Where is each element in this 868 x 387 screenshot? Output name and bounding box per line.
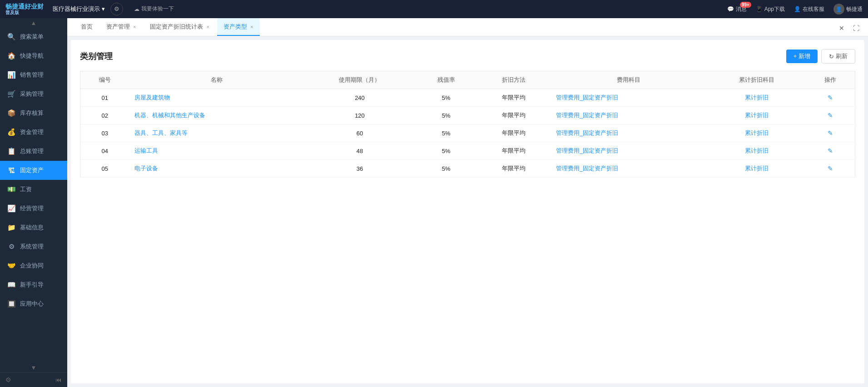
edit-icon[interactable]: ✎ (828, 94, 833, 101)
tab-asset-mgmt[interactable]: 资产管理 × (100, 18, 143, 36)
experience-label: 我要体验一下 (141, 5, 174, 13)
system-icon: ⚙ (7, 243, 15, 251)
cell-name: 器具、工具、家具等 (129, 124, 304, 142)
settings-button[interactable]: ⚙ (110, 3, 123, 15)
capital-icon: 💰 (7, 128, 15, 136)
page-controls: ✕ ⛶ (830, 18, 868, 38)
cell-accumulated: 累计折旧 (707, 142, 806, 160)
sidebar-bottom: ⚙ ⏮ (0, 372, 67, 387)
sidebar-item-label: 工资 (20, 185, 32, 194)
refresh-icon: ↻ (829, 53, 834, 60)
sidebar-item-operations[interactable]: 📈 经营管理 (0, 199, 67, 218)
edit-icon[interactable]: ✎ (828, 147, 833, 154)
cell-residual: 5% (416, 107, 477, 124)
edit-icon[interactable]: ✎ (828, 129, 833, 137)
refresh-label: 刷新 (836, 52, 848, 60)
guide-icon: 📖 (7, 281, 15, 289)
col-action: 操作 (806, 71, 855, 89)
avatar: 👤 (833, 4, 844, 15)
table-row: 03 器具、工具、家具等 60 5% 年限平均 管理费用_固定资产折旧 累计折旧… (80, 124, 855, 142)
sidebar-item-search[interactable]: 🔍 搜索菜单 (0, 27, 67, 46)
cell-action[interactable]: ✎ (806, 107, 855, 124)
cell-period: 60 (304, 124, 416, 142)
tab-depreciation-table[interactable]: 固定资产折旧统计表 × (144, 18, 216, 36)
messages-button[interactable]: 💬 消息 99+ (727, 5, 747, 13)
sidebar-item-capital[interactable]: 💰 资金管理 (0, 123, 67, 142)
sidebar-item-purchase[interactable]: 🛒 采购管理 (0, 84, 67, 104)
tab-asset-mgmt-close[interactable]: × (133, 24, 136, 30)
collapse-icon[interactable]: ⏮ (55, 376, 62, 383)
tab-asset-type[interactable]: 资产类型 × (217, 18, 260, 36)
cell-expense: 管理费用_固定资产折旧 (551, 160, 707, 178)
user-menu[interactable]: 👤 畅捷通 (833, 4, 863, 15)
cell-action[interactable]: ✎ (806, 124, 855, 142)
basic-info-icon: 📁 (7, 223, 15, 232)
inventory-icon: 📦 (7, 109, 15, 117)
online-service-label: 在线客服 (803, 5, 824, 13)
edit-icon[interactable]: ✎ (828, 112, 833, 119)
cell-name: 机器、机械和其他生产设备 (129, 107, 304, 124)
tab-asset-type-close[interactable]: × (250, 24, 253, 30)
tab-asset-mgmt-label: 资产管理 (106, 23, 130, 31)
sidebar-item-sales[interactable]: 📊 销售管理 (0, 65, 67, 84)
download-icon: 📱 (756, 6, 763, 12)
sales-icon: 📊 (7, 71, 15, 79)
cell-period: 36 (304, 160, 416, 178)
sidebar-item-fixed-assets[interactable]: 🏗 固定资产 (0, 161, 67, 180)
sidebar-item-basic-info[interactable]: 📁 基础信息 (0, 218, 67, 237)
edit-icon[interactable]: ✎ (828, 165, 833, 172)
cell-method: 年限平均 (477, 160, 551, 178)
settings-bottom-icon[interactable]: ⚙ (5, 376, 11, 383)
top-header: 畅捷通好业财 普及版 医疗器械行业演示 ▾ ⚙ ☁ 我要体验一下 💬 消息 99… (0, 0, 868, 18)
cell-period: 240 (304, 89, 416, 107)
sidebar-item-label: 应用中心 (20, 300, 44, 308)
sidebar-item-label: 总账管理 (20, 147, 44, 155)
cell-id: 01 (80, 89, 129, 107)
search-icon: 🔍 (7, 33, 15, 41)
cell-action[interactable]: ✎ (806, 160, 855, 178)
sidebar-item-app-center[interactable]: 🔲 应用中心 (0, 294, 67, 313)
ledger-icon: 📋 (7, 147, 15, 155)
tab-asset-type-label: 资产类型 (223, 23, 247, 31)
sidebar-item-inventory[interactable]: 📦 库存核算 (0, 104, 67, 123)
cell-accumulated: 累计折旧 (707, 124, 806, 142)
cell-action[interactable]: ✎ (806, 89, 855, 107)
cell-action[interactable]: ✎ (806, 142, 855, 160)
purchase-icon: 🛒 (7, 90, 15, 98)
scroll-down-arrow[interactable]: ▼ (0, 363, 67, 372)
close-page-button[interactable]: ✕ (835, 22, 848, 35)
sidebar-item-label: 快捷导航 (20, 52, 44, 60)
fixed-assets-icon: 🏗 (7, 166, 15, 174)
service-icon: 👤 (794, 6, 801, 12)
expand-page-button[interactable]: ⛶ (850, 22, 863, 35)
tab-home[interactable]: 首页 (74, 18, 99, 36)
cell-method: 年限平均 (477, 89, 551, 107)
sidebar-item-system[interactable]: ⚙ 系统管理 (0, 237, 67, 256)
message-icon: 💬 (727, 6, 734, 12)
col-accumulated: 累计折旧科目 (707, 71, 806, 89)
sidebar-item-label: 新手引导 (20, 281, 44, 289)
tab-home-label: 首页 (81, 23, 93, 31)
cell-accumulated: 累计折旧 (707, 89, 806, 107)
experience-button[interactable]: ☁ 我要体验一下 (134, 5, 174, 13)
scroll-up-arrow[interactable]: ▲ (0, 18, 67, 27)
online-service-button[interactable]: 👤 在线客服 (794, 5, 824, 13)
cell-method: 年限平均 (477, 107, 551, 124)
tab-depreciation-close[interactable]: × (206, 24, 209, 30)
cell-residual: 5% (416, 160, 477, 178)
refresh-button[interactable]: ↻ 刷新 (821, 49, 855, 64)
sidebar-item-ledger[interactable]: 📋 总账管理 (0, 142, 67, 161)
cell-name: 电子设备 (129, 160, 304, 178)
sidebar-item-payroll[interactable]: 💵 工资 (0, 180, 67, 199)
table-row: 02 机器、机械和其他生产设备 120 5% 年限平均 管理费用_固定资产折旧 … (80, 107, 855, 124)
tab-bar: 首页 资产管理 × 固定资产折旧统计表 × 资产类型 × (67, 18, 868, 36)
sidebar-item-quick-nav[interactable]: 🏠 快捷导航 (0, 46, 67, 65)
sidebar-item-label: 采购管理 (20, 90, 44, 98)
new-button[interactable]: + 新增 (786, 50, 818, 63)
demo-label: 医疗器械行业演示 (53, 5, 100, 13)
page-content: 类别管理 + 新增 ↻ 刷新 编号 名称 使用期限（月） 残值率 (71, 40, 864, 383)
demo-selector[interactable]: 医疗器械行业演示 ▾ (53, 5, 105, 13)
sidebar-item-enterprise[interactable]: 🤝 企业协同 (0, 256, 67, 275)
app-download-button[interactable]: 📱 App下载 (756, 5, 785, 13)
sidebar-item-guide[interactable]: 📖 新手引导 (0, 275, 67, 294)
